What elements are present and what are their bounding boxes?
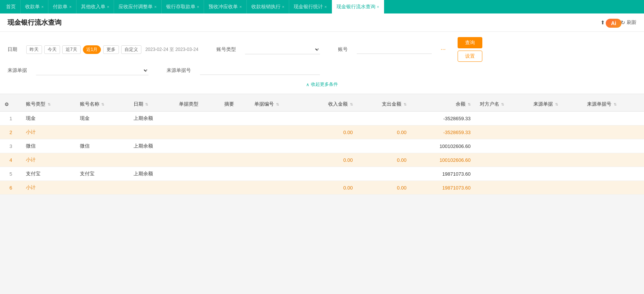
refresh-button[interactable]: ↻ 刷新 [621, 19, 636, 26]
cell-date [129, 153, 174, 167]
close-icon-other-income[interactable]: × [107, 4, 109, 9]
close-icon-collection-exec[interactable]: × [282, 4, 284, 9]
row-number: 5 [0, 167, 21, 181]
cell-doc-type [174, 112, 220, 125]
cell-income [303, 112, 357, 125]
cell-summary [220, 153, 250, 167]
nav-tab-receipt[interactable]: 收款单× [21, 0, 48, 13]
cell-doc-no [250, 139, 303, 153]
row-number: 3 [0, 139, 21, 153]
nav-tab-collection-exec[interactable]: 收款核销执行× [247, 0, 289, 13]
col-source-doc-no[interactable]: 来源单据号 ⇅ [582, 97, 644, 112]
source-doc-select[interactable] [36, 66, 149, 75]
date-more[interactable]: 更多 [103, 45, 119, 54]
sort-icon-income: ⇅ [350, 102, 353, 106]
account-type-label: 账号类型 [216, 46, 236, 53]
cell-source-doc [529, 112, 582, 125]
ai-badge[interactable]: Ai [606, 19, 621, 28]
account-type-select[interactable] [245, 45, 320, 54]
cell-expense: 0.00 [357, 181, 411, 195]
cell-doc-no [250, 112, 303, 125]
date-range: 2023-02-24 至 2023-03-24 [145, 46, 198, 53]
filter-area: 日期 昨天 今天 近7天 近1月 更多 自定义 2023-02-24 至 202… [0, 32, 644, 94]
cell-source-doc [529, 153, 582, 167]
cell-account-type: 小计 [21, 125, 75, 139]
date-1month[interactable]: 近1月 [83, 45, 101, 54]
col-counterparty[interactable]: 对方户名 ⇅ [475, 97, 529, 112]
close-icon-receipt[interactable]: × [41, 4, 44, 9]
cell-account-type: 现金 [21, 112, 75, 125]
source-doc-no-input[interactable] [200, 66, 320, 75]
cell-account-name [75, 153, 129, 167]
col-account-type[interactable]: 账号类型 ⇅ [21, 97, 75, 112]
settings-button[interactable]: 设置 [458, 51, 482, 62]
cell-date [129, 181, 174, 195]
cell-doc-no [250, 181, 303, 195]
date-yesterday[interactable]: 昨天 [26, 45, 42, 54]
nav-tab-other-income[interactable]: 其他收入单× [77, 0, 114, 13]
date-label: 日期 [8, 46, 17, 53]
sort-icon-doc-no: ⇅ [276, 102, 279, 106]
row-number: 6 [0, 181, 21, 195]
col-date[interactable]: 日期 ⇅ [129, 97, 174, 112]
cell-income: 0.00 [303, 181, 357, 195]
cell-doc-no [250, 125, 303, 139]
source-doc-label: 来源单据 [8, 67, 27, 74]
row-number: 1 [0, 112, 21, 125]
query-button[interactable]: 查询 [458, 37, 482, 48]
cell-date: 上期余额 [129, 139, 174, 153]
cell-expense: 0.00 [357, 153, 411, 167]
source-doc-no-label: 来源单据号 [167, 67, 191, 74]
col-expense[interactable]: 支出金额 ⇅ [357, 97, 411, 112]
date-7days[interactable]: 近7天 [62, 45, 81, 54]
date-buttons: 昨天 今天 近7天 近1月 更多 自定义 2023-02-24 至 2023-0… [26, 45, 198, 54]
nav-tab-cash-bank-stats[interactable]: 现金银行统计× [289, 0, 332, 13]
cell-income: 0.00 [303, 153, 357, 167]
table-row: 1现金现金上期余额-3528659.33 [0, 112, 644, 125]
sort-icon-source-doc-no: ⇅ [614, 102, 617, 106]
nav-tab-prepay-offset[interactable]: 预收冲应收单× [204, 0, 246, 13]
cell-source-doc-no [582, 167, 644, 181]
cell-summary [220, 167, 250, 181]
col-gear[interactable]: ⚙ [0, 97, 21, 112]
close-icon-payment[interactable]: × [69, 4, 71, 9]
close-icon-prepay-offset[interactable]: × [239, 4, 242, 9]
data-table: ⚙ 账号类型 ⇅ 账号名称 ⇅ 日期 ⇅ 单据类型 摘要 单据编号 ⇅ 收入金额… [0, 97, 644, 195]
table-body: 1现金现金上期余额-3528659.332小计0.000.00-3528659.… [0, 112, 644, 195]
cell-income [303, 167, 357, 181]
cell-source-doc-no [582, 112, 644, 125]
col-source-doc[interactable]: 来源单据 ⇅ [529, 97, 582, 112]
account-dots-button[interactable]: ··· [441, 46, 446, 53]
cell-summary [220, 125, 250, 139]
nav-tab-bank-deposit[interactable]: 银行存取款单× [162, 0, 204, 13]
sort-icon-account-name: ⇅ [101, 102, 104, 106]
nav-tab-cash-bank-flow[interactable]: 现金银行流水查询× [332, 0, 384, 13]
col-doc-no[interactable]: 单据编号 ⇅ [250, 97, 303, 112]
col-income[interactable]: 收入金额 ⇅ [303, 97, 357, 112]
date-today[interactable]: 今天 [44, 45, 60, 54]
nav-tab-ar-ap-adjust[interactable]: 应收应付调整单× [114, 0, 161, 13]
filter-row-source: 来源单据 来源单据号 [8, 66, 636, 75]
cell-account-type: 支付宝 [21, 167, 75, 181]
cell-doc-type [174, 125, 220, 139]
cell-date: 上期余额 [129, 167, 174, 181]
cell-source-doc-no [582, 139, 644, 153]
nav-tab-home[interactable]: 首页 [2, 0, 21, 13]
cell-source-doc-no [582, 153, 644, 167]
cell-date: 上期余额 [129, 112, 174, 125]
cell-doc-type [174, 153, 220, 167]
cell-account-type: 微信 [21, 139, 75, 153]
collapse-bar[interactable]: ∧ 收起更多条件 [8, 79, 636, 88]
cell-account-type: 小计 [21, 181, 75, 195]
nav-tab-payment[interactable]: 付款单× [48, 0, 76, 13]
close-icon-ar-ap-adjust[interactable]: × [154, 4, 156, 9]
account-input[interactable] [357, 45, 432, 54]
col-balance[interactable]: 余额 ⇅ [411, 97, 475, 112]
close-icon-bank-deposit[interactable]: × [197, 4, 199, 9]
close-icon-cash-bank-flow[interactable]: × [377, 4, 379, 9]
close-icon-cash-bank-stats[interactable]: × [324, 4, 327, 9]
cell-source-doc [529, 167, 582, 181]
sort-icon-expense: ⇅ [404, 102, 407, 106]
col-account-name[interactable]: 账号名称 ⇅ [75, 97, 129, 112]
date-custom[interactable]: 自定义 [121, 45, 141, 54]
